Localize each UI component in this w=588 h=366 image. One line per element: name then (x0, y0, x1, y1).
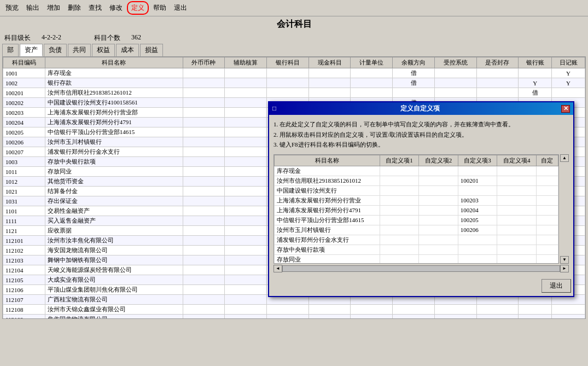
modal-col-name: 科目名称 (275, 155, 380, 166)
modal-cell-name: 存放同业 (275, 254, 380, 264)
modal-col-c4: 自定义项4 (497, 155, 537, 166)
modal-cell-name: 库存现金 (275, 166, 380, 176)
modal-table-row[interactable]: 存放同业 (275, 254, 558, 264)
modal-cell-c4[interactable] (497, 166, 537, 176)
modal-cell-c2[interactable] (419, 185, 458, 195)
modal-cell-name: 中国建设银行汝州支行 (275, 185, 380, 195)
modal-cell-c4[interactable] (497, 254, 537, 264)
modal-cell-c4[interactable] (497, 205, 537, 215)
modal-table-wrap: 科目名称 自定义项1 自定义项2 自定义项3 自定义项4 自定 库存现金 (273, 154, 559, 264)
modal-cell-c1[interactable] (380, 254, 419, 264)
modal-cell-c2[interactable] (419, 195, 458, 205)
modal-cell-c5[interactable] (536, 225, 558, 235)
modal-body: 1. 在此处定义了自定义项的科目，可在制单中填写自定义项的内容，并在账簿查询中查… (269, 115, 573, 277)
modal-cell-c1[interactable] (380, 225, 419, 235)
modal-cell-name: 汝州市玉川村镇银行 (275, 225, 380, 235)
modal-table-row[interactable]: 上海浦东发展银行郑州分行4791 100204 (275, 205, 558, 215)
modal-cell-c5[interactable] (536, 176, 558, 185)
modal-cell-c2[interactable] (419, 245, 458, 254)
modal-exit-button[interactable]: 退出 (542, 279, 571, 293)
modal-cell-c4[interactable] (497, 225, 537, 235)
modal-close-button[interactable]: ✕ (561, 105, 570, 113)
instruction-2: 2. 用鼠标双击科目对应的自定义项，可设置/取消设置该科目的自定义项。 (273, 130, 569, 140)
scroll-left-arrow[interactable]: ◄ (273, 265, 282, 272)
modal-cell-c1[interactable] (380, 166, 419, 176)
modal-table-row[interactable]: 汝州市玉川村镇银行 100206 (275, 225, 558, 235)
modal-table: 科目名称 自定义项1 自定义项2 自定义项3 自定义项4 自定 库存现金 (274, 155, 558, 264)
modal-cell-c4[interactable] (497, 185, 537, 195)
modal-cell-c3[interactable]: 100206 (458, 225, 497, 235)
modal-cell-c1[interactable] (380, 235, 419, 245)
modal-table-row[interactable]: 中信银行平顶山分行营业部14615 100205 (275, 215, 558, 225)
modal-cell-c4[interactable] (497, 195, 537, 205)
modal-titlebar: □ 定义自定义项 ✕ (269, 102, 573, 115)
modal-title-text: 定义自定义项 (400, 104, 440, 113)
scroll-up-arrow[interactable]: ▲ (560, 154, 569, 162)
modal-cell-c3[interactable] (458, 185, 497, 195)
scroll-right-arrow[interactable]: ► (560, 265, 569, 272)
modal-col-c1: 自定义项1 (380, 155, 419, 166)
modal-cell-c3[interactable] (458, 245, 497, 254)
modal-cell-c3[interactable]: 100205 (458, 215, 497, 225)
modal-table-row[interactable]: 浦发银行郑州分行金水支行 (275, 235, 558, 245)
modal-cell-name: 中信银行平顶山分行营业部14615 (275, 215, 380, 225)
modal-cell-name: 上海浦东发展银行郑州分行4791 (275, 205, 380, 215)
modal-footer: 退出 (269, 277, 573, 296)
instruction-1: 1. 在此处定义了自定义项的科目，可在制单中填写自定义项的内容，并在账簿查询中查… (273, 120, 569, 130)
scroll-down-arrow[interactable]: ▼ (560, 256, 569, 264)
modal-cell-name: 汝州市信用联社29183851261012 (275, 176, 380, 185)
modal-table-row[interactable]: 存放中央银行款项 (275, 245, 558, 254)
modal-cell-c3[interactable]: 100203 (458, 195, 497, 205)
modal-col-c5: 自定 (536, 155, 558, 166)
modal-table-row[interactable]: 中国建设银行汝州支行 (275, 185, 558, 195)
modal-cell-c1[interactable] (380, 205, 419, 215)
modal-dialog: □ 定义自定义项 ✕ 1. 在此处定义了自定义项的科目，可在制单中填写自定义项的… (268, 101, 574, 297)
modal-cell-c3[interactable]: 100204 (458, 205, 497, 215)
modal-cell-name: 上海浦东发展银行郑州分行营业 (275, 195, 380, 205)
modal-cell-c2[interactable] (419, 254, 458, 264)
modal-cell-c5[interactable] (536, 245, 558, 254)
modal-cell-c3[interactable] (458, 166, 497, 176)
modal-cell-c1[interactable] (380, 195, 419, 205)
modal-cell-c4[interactable] (497, 176, 537, 185)
modal-table-row[interactable]: 汝州市信用联社29183851261012 100201 (275, 176, 558, 185)
modal-cell-c2[interactable] (419, 205, 458, 215)
modal-cell-c2[interactable] (419, 166, 458, 176)
modal-col-c3: 自定义项3 (458, 155, 497, 166)
modal-cell-c5[interactable] (536, 185, 558, 195)
modal-title-icon: □ (272, 104, 276, 113)
modal-cell-c1[interactable] (380, 185, 419, 195)
modal-cell-c5[interactable] (536, 195, 558, 205)
modal-col-c2: 自定义项2 (419, 155, 458, 166)
modal-table-row[interactable]: 库存现金 (275, 166, 558, 176)
modal-cell-c4[interactable] (497, 235, 537, 245)
modal-cell-c3[interactable] (458, 235, 497, 245)
modal-table-row[interactable]: 上海浦东发展银行郑州分行营业 100203 (275, 195, 558, 205)
modal-cell-c3[interactable]: 100201 (458, 176, 497, 185)
modal-overlay: □ 定义自定义项 ✕ 1. 在此处定义了自定义项的科目，可在制单中填写自定义项的… (0, 0, 588, 366)
modal-cell-c3[interactable] (458, 254, 497, 264)
modal-cell-name: 浦发银行郑州分行金水支行 (275, 235, 380, 245)
modal-cell-c2[interactable] (419, 215, 458, 225)
modal-cell-c5[interactable] (536, 205, 558, 215)
modal-cell-c1[interactable] (380, 245, 419, 254)
modal-cell-c2[interactable] (419, 235, 458, 245)
modal-cell-c5[interactable] (536, 166, 558, 176)
modal-cell-c4[interactable] (497, 215, 537, 225)
modal-instructions: 1. 在此处定义了自定义项的科目，可在制单中填写自定义项的内容，并在账簿查询中查… (273, 120, 569, 150)
modal-cell-c2[interactable] (419, 176, 458, 185)
modal-scrollbar[interactable]: ▲ ▼ (560, 154, 569, 264)
modal-cell-c5[interactable] (536, 254, 558, 264)
modal-cell-name: 存放中央银行款项 (275, 245, 380, 254)
modal-cell-c2[interactable] (419, 225, 458, 235)
instruction-3: 3. 键入F8进行科目名称/科目编码的切换。 (273, 140, 569, 150)
modal-cell-c4[interactable] (497, 245, 537, 254)
modal-cell-c5[interactable] (536, 235, 558, 245)
horizontal-scrollbar[interactable] (282, 265, 560, 272)
modal-cell-c1[interactable] (380, 176, 419, 185)
modal-cell-c5[interactable] (536, 215, 558, 225)
modal-cell-c1[interactable] (380, 215, 419, 225)
